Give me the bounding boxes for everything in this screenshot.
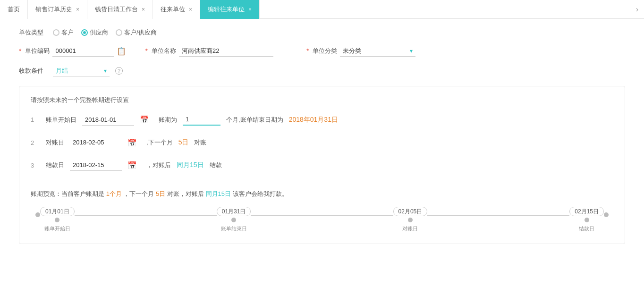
tab-home[interactable]: 首页 bbox=[0, 0, 28, 19]
timeline-end-dot bbox=[604, 212, 609, 217]
unit-name-input[interactable] bbox=[179, 45, 273, 57]
tab-sales-history-label: 销售订单历史 bbox=[35, 5, 72, 14]
preview-section: 账期预览：当前客户账期是 1个月 ，下一个月 5日 对账，对账后 同月15日 该… bbox=[31, 182, 613, 236]
row-desc-1-suffix: 个月,账单结束日期为 bbox=[226, 116, 283, 124]
tab-cash-work-label: 钱货日清工作台 bbox=[95, 5, 138, 14]
tl-badge-1: 01月01日 bbox=[40, 207, 75, 216]
tab-sales-history[interactable]: 销售订单历史 × bbox=[28, 0, 87, 19]
tabs-next-arrow[interactable]: › bbox=[630, 5, 644, 14]
timeline: 01月01日 账单开始日 01月31日 账单结束日 bbox=[31, 208, 613, 232]
radio-both[interactable]: 客户/供应商 bbox=[116, 28, 157, 37]
tab-edit-partner[interactable]: 编辑往来单位 × bbox=[200, 0, 260, 19]
tab-partner-label: 往来单位 bbox=[161, 5, 185, 14]
period-input[interactable] bbox=[183, 114, 220, 126]
row-label-2: 对账日 bbox=[46, 138, 64, 147]
preview-sep1: ，下一个月 bbox=[123, 190, 154, 197]
required-star-name: * bbox=[145, 47, 147, 55]
radio-circle-both bbox=[116, 29, 122, 36]
required-star-code: * bbox=[19, 47, 21, 55]
copy-icon[interactable]: 📋 bbox=[117, 47, 126, 56]
tl-badge-2: 01月31日 bbox=[217, 207, 251, 216]
tl-badge-4: 02月15日 bbox=[569, 207, 604, 216]
tabs-bar: 首页 销售订单历史 × 钱货日清工作台 × 往来单位 × 编辑往来单位 × › bbox=[0, 0, 644, 19]
tab-edit-partner-label: 编辑往来单位 bbox=[208, 5, 245, 14]
tl-dot-1 bbox=[55, 218, 59, 222]
unit-name-group: * 单位名称 bbox=[145, 45, 273, 57]
tl-node-2: 01月31日 账单结束日 bbox=[217, 208, 251, 232]
tl-label-3: 对账日 bbox=[402, 225, 418, 232]
close-icon[interactable]: × bbox=[76, 6, 79, 13]
unit-category-input[interactable] bbox=[340, 45, 415, 57]
preview-suffix: 该客户会给我打款。 bbox=[233, 190, 288, 197]
tab-cash-work[interactable]: 钱货日清工作台 × bbox=[87, 0, 153, 19]
tab-home-label: 首页 bbox=[8, 5, 20, 14]
tl-label-2: 账单结束日 bbox=[221, 225, 247, 232]
tl-node-4: 02月15日 结款日 bbox=[569, 208, 604, 232]
row-desc-2a: ,下一个月 bbox=[146, 138, 173, 147]
setting-row-3: 3 结款日 📅 ，对账后 同月15日 结款 bbox=[31, 160, 613, 171]
timeline-start-dot bbox=[35, 212, 40, 217]
row-desc-1-prefix: 账期为 bbox=[159, 116, 177, 124]
unit-type-row: 单位类型 客户 供应商 客户/供应商 bbox=[19, 28, 625, 37]
row-desc-2b: 对账 bbox=[194, 138, 206, 147]
tl-line-1-2 bbox=[75, 215, 217, 216]
row-desc-3b: 结款 bbox=[210, 161, 222, 169]
highlight-day-2: 5日 bbox=[178, 138, 189, 147]
unit-code-input[interactable] bbox=[52, 45, 114, 57]
tl-dot-4 bbox=[585, 218, 589, 222]
radio-supplier[interactable]: 供应商 bbox=[81, 28, 108, 37]
preview-prefix: 账期预览：当前客户账期是 bbox=[31, 190, 104, 197]
radio-supplier-label: 供应商 bbox=[90, 28, 108, 37]
preview-part3: 同月15日 bbox=[206, 190, 231, 197]
tl-dot-3 bbox=[408, 218, 413, 222]
timeline-start bbox=[35, 208, 40, 217]
unit-name-label: 单位名称 bbox=[152, 47, 176, 55]
radio-group-unit-type: 客户 供应商 客户/供应商 bbox=[53, 28, 157, 37]
tl-label-1: 账单开始日 bbox=[44, 225, 70, 232]
radio-circle-customer bbox=[53, 29, 59, 36]
payment-terms-wrapper: 月结 ▾ bbox=[53, 65, 110, 76]
unit-category-group: * 单位分类 ▾ bbox=[306, 45, 415, 57]
radio-customer-label: 客户 bbox=[61, 28, 74, 37]
tl-node-3: 02月05日 对账日 bbox=[393, 208, 428, 232]
radio-customer[interactable]: 客户 bbox=[53, 28, 74, 37]
radio-circle-supplier bbox=[81, 29, 88, 36]
row-label-1: 账单开始日 bbox=[46, 116, 76, 124]
tl-label-4: 结款日 bbox=[579, 225, 594, 232]
calendar-icon-1[interactable]: 📅 bbox=[140, 115, 149, 124]
payment-terms-select[interactable]: 月结 bbox=[53, 65, 110, 76]
unit-code-group: * 单位编码 📋 bbox=[19, 45, 126, 57]
radio-both-label: 客户/供应商 bbox=[124, 28, 157, 37]
highlight-end-date: 2018年01月31日 bbox=[289, 116, 338, 124]
highlight-day-3: 同月15日 bbox=[177, 161, 204, 169]
calendar-icon-3[interactable]: 📅 bbox=[127, 161, 137, 170]
preview-sep2: 对账，对账后 bbox=[167, 190, 204, 197]
close-icon[interactable]: × bbox=[248, 6, 252, 13]
required-star-category: * bbox=[306, 47, 309, 55]
tab-partner[interactable]: 往来单位 × bbox=[153, 0, 200, 19]
row-num-3: 3 bbox=[31, 162, 40, 169]
payment-terms-row: 收款条件 月结 ▾ ? bbox=[19, 65, 625, 76]
tl-line-3-4 bbox=[427, 215, 569, 216]
tl-node-1: 01月01日 账单开始日 bbox=[40, 208, 75, 232]
date-input-3[interactable] bbox=[70, 160, 122, 171]
calendar-icon-2[interactable]: 📅 bbox=[127, 138, 137, 147]
payment-terms-label: 收款条件 bbox=[19, 67, 43, 75]
tl-line-2-3 bbox=[251, 215, 393, 216]
date-input-1[interactable] bbox=[82, 114, 134, 126]
setting-row-2: 2 对账日 📅 ,下一个月 5日 对账 bbox=[31, 137, 613, 148]
unit-category-label: 单位分类 bbox=[313, 47, 337, 55]
row-num-1: 1 bbox=[31, 116, 40, 123]
preview-text: 账期预览：当前客户账期是 1个月 ，下一个月 5日 对账，对账后 同月15日 该… bbox=[31, 190, 613, 198]
unit-type-label: 单位类型 bbox=[19, 28, 43, 37]
timeline-end bbox=[604, 208, 609, 217]
unit-category-dropdown-wrapper: ▾ bbox=[340, 45, 415, 57]
unit-code-label: 单位编码 bbox=[25, 47, 50, 55]
help-icon[interactable]: ? bbox=[115, 67, 123, 75]
preview-part1: 1个月 bbox=[106, 190, 122, 197]
close-icon[interactable]: × bbox=[142, 6, 145, 13]
date-input-2[interactable] bbox=[70, 137, 122, 148]
close-icon[interactable]: × bbox=[189, 6, 192, 13]
tl-dot-2 bbox=[231, 218, 236, 222]
row-desc-3a: ，对账后 bbox=[146, 161, 171, 169]
